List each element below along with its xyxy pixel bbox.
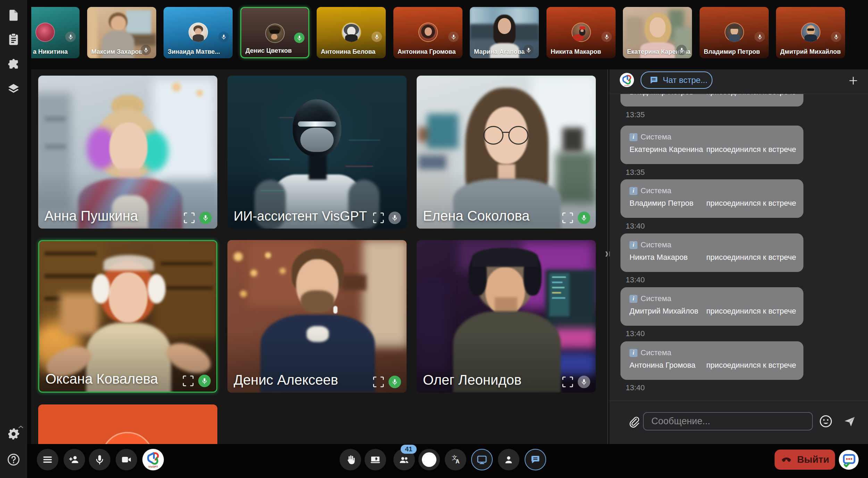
svg-text:VisGPT: VisGPT [148, 465, 158, 468]
svg-text:A: A [456, 459, 460, 464]
svg-text:VisGPT: VisGPT [624, 85, 629, 86]
